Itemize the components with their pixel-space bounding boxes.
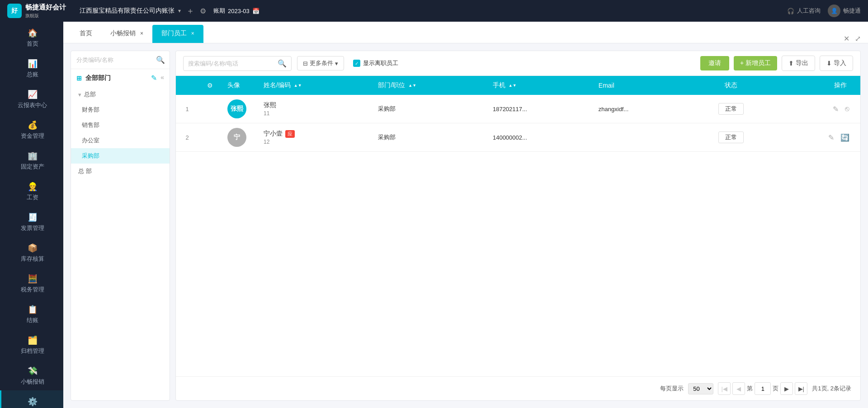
page-last-button[interactable]: ▶| (795, 382, 807, 395)
add-employee-button[interactable]: + 新增员工 (734, 56, 777, 70)
delete-icon[interactable]: 🔄 (840, 133, 849, 142)
employee-search-input[interactable] (188, 60, 275, 67)
export-button[interactable]: ⬆ 导出 (782, 56, 815, 71)
row-1-avatar: 张熙 (221, 95, 257, 123)
sidebar-label-home: 首页 (27, 40, 38, 48)
dept-tree-item-finance[interactable]: 财务部 (71, 102, 170, 117)
sidebar-item-assets[interactable]: 🏢 固定资产 (0, 145, 63, 175)
sidebar-item-ledger[interactable]: 📊 总账 (0, 52, 63, 83)
company-dropdown-icon[interactable]: ▾ (178, 8, 181, 14)
edit-icon[interactable]: ✎ (828, 133, 834, 142)
page-input[interactable] (755, 382, 771, 395)
invoice-icon: 🧾 (28, 212, 38, 222)
col-phone[interactable]: 手机 ▲▼ (486, 76, 592, 95)
edit-icon[interactable]: ✎ (833, 105, 839, 113)
assets-icon: 🏢 (28, 151, 38, 161)
dept-tree-item-sales[interactable]: 销售部 (71, 117, 170, 133)
dept-search-icon[interactable]: 🔍 (156, 56, 165, 64)
avatar: 宁 (227, 128, 246, 147)
employee-toolbar: 🔍 ⊟ 更多条件 ▾ ✓ 显示离职员工 邀请 + 新增员工 (176, 51, 860, 76)
row-1-status: 正常 (689, 95, 774, 123)
row-1-name-code: 张熙 11 (257, 95, 372, 123)
sidebar-item-checkout[interactable]: 📋 结账 (0, 298, 63, 329)
col-status: 状态 (689, 76, 774, 95)
show-resigned-checkbox[interactable]: ✓ (353, 60, 360, 67)
col-dept[interactable]: 部门/职位 ▲▼ (372, 76, 486, 95)
reports-icon: 📈 (28, 89, 38, 99)
filter-icon: ⊟ (303, 60, 308, 67)
page-nav: |◀ ◀ 第 页 ▶ ▶| (718, 382, 807, 395)
ledger-icon: 📊 (28, 59, 38, 69)
page-next-button[interactable]: ▶ (780, 382, 793, 395)
tab-expense-close[interactable]: × (140, 30, 143, 37)
invite-button[interactable]: 邀请 (700, 56, 729, 70)
tab-expense[interactable]: 小畅报销 × (101, 25, 152, 43)
sidebar-item-archive[interactable]: 🗂️ 归档管理 (0, 329, 63, 360)
all-dept-header[interactable]: ⊞ 全部部门 ✎ « (71, 69, 170, 87)
sidebar-item-reports[interactable]: 📈 云报表中心 (0, 83, 63, 114)
sidebar-label-tax: 税务管理 (21, 286, 44, 294)
import-button[interactable]: ⬇ 导入 (820, 56, 853, 71)
col-name[interactable]: 姓名/编码 ▲▼ (257, 76, 372, 95)
logout-icon[interactable]: ⎋ (845, 105, 849, 113)
dept-tree-item-hq[interactable]: 总 部 (71, 164, 170, 179)
calendar-icon[interactable]: 📅 (252, 8, 259, 14)
pagination: 每页显示 50 10 20 100 |◀ ◀ 第 页 ▶ ▶| (176, 376, 860, 400)
sidebar-item-expense[interactable]: 💸 小畅报销 (0, 360, 63, 390)
total-records: 共1页, 2条记录 (812, 385, 851, 393)
sidebar-item-salary[interactable]: 👷 工资 (0, 175, 63, 206)
sidebar-item-tax[interactable]: 🧮 税务管理 (0, 267, 63, 298)
col-settings[interactable]: ⚙ (198, 76, 221, 95)
company-name[interactable]: 江西服宝精品有限责任公司内账张 ▾ (80, 7, 181, 15)
user-menu[interactable]: 👤 畅捷通 (828, 5, 861, 17)
grid-icon: ⊞ (76, 75, 82, 82)
page-size-label: 每页显示 (660, 385, 684, 393)
row-1-action: ✎ ⎋ (774, 95, 860, 123)
row-2-email (592, 123, 689, 152)
phone-sort-icon[interactable]: ▲▼ (509, 83, 517, 88)
page-first-button[interactable]: |◀ (718, 382, 731, 395)
sidebar-item-home[interactable]: 🏠 首页 (0, 22, 63, 52)
col-no (176, 76, 198, 95)
name-sort-icon[interactable]: ▲▼ (294, 83, 302, 88)
dept-collapse-icon[interactable]: « (160, 74, 164, 82)
dept-search-input[interactable] (76, 56, 152, 63)
tab-home[interactable]: 首页 (71, 25, 101, 43)
logo-icon: 好 (7, 4, 22, 18)
settings-icon[interactable]: ⚙ (200, 7, 206, 15)
header-right: 🎧 人工咨询 👤 畅捷通 (787, 5, 861, 17)
salary-icon: 👷 (28, 182, 38, 192)
sidebar-item-settings[interactable]: ⚙️ 基础设置 (0, 390, 63, 408)
employee-table-wrapper: ⚙ 头像 姓名/编码 ▲▼ 部门/职位 ▲▼ (176, 76, 860, 376)
employee-search-icon[interactable]: 🔍 (278, 59, 287, 68)
page-content: 🔍 ⊞ 全部部门 ✎ « ▾ 总部 (63, 43, 868, 408)
tab-close-window-icon[interactable]: ✕ (844, 34, 849, 43)
dept-tree-item-zongbu[interactable]: ▾ 总部 (71, 87, 170, 102)
content-area: 首页 小畅报销 × 部门员工 × ✕ ⤢ 🔍 (63, 22, 868, 408)
service-button[interactable]: 🎧 人工咨询 (787, 7, 821, 15)
filter-button[interactable]: ⊟ 更多条件 ▾ (297, 56, 344, 70)
sidebar-label-funds: 资金管理 (21, 132, 44, 140)
row-1-settings (198, 95, 221, 123)
dept-header-actions: ✎ « (151, 74, 164, 82)
dept-tree-item-office[interactable]: 办公室 (71, 133, 170, 148)
table-row: 2 宁 宁小壹 应 (176, 123, 860, 152)
page-prev-button[interactable]: ◀ (732, 382, 745, 395)
dept-tree-item-purchase[interactable]: 采购部 (71, 148, 170, 164)
page-size-select[interactable]: 50 10 20 100 (688, 383, 713, 394)
show-resigned-toggle[interactable]: ✓ 显示离职员工 (353, 59, 398, 67)
tab-expand-icon[interactable]: ⤢ (855, 34, 861, 43)
dept-add-icon[interactable]: ✎ (151, 74, 157, 82)
headphone-icon: 🎧 (787, 8, 794, 14)
dept-sort-icon[interactable]: ▲▼ (408, 83, 416, 88)
tab-employees[interactable]: 部门员工 × (152, 25, 203, 43)
tab-employees-close[interactable]: × (191, 30, 194, 37)
sidebar-label-expense: 小畅报销 (21, 378, 44, 386)
employee-search-box[interactable]: 🔍 (183, 56, 292, 71)
sidebar-item-funds[interactable]: 💰 资金管理 (0, 114, 63, 145)
sidebar-item-inventory[interactable]: 📦 库存核算 (0, 237, 63, 267)
add-company-icon[interactable]: ＋ (186, 5, 194, 16)
sidebar-item-invoice[interactable]: 🧾 发票管理 (0, 206, 63, 237)
sidebar-label-inventory: 库存核算 (21, 255, 44, 263)
expense-icon: 💸 (28, 366, 38, 376)
